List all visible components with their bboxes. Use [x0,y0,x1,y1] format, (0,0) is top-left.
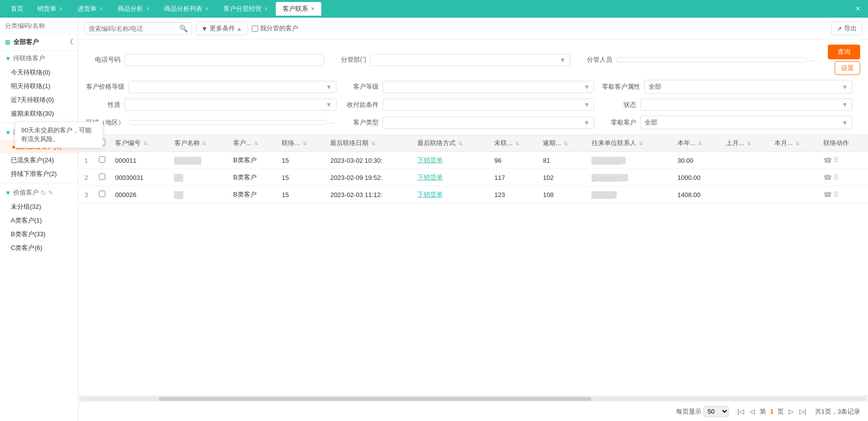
page-first-btn[interactable]: |◁ [735,407,747,416]
col-no-contact[interactable]: 未联... ⇅ [489,135,538,152]
status-select[interactable]: ▼ [640,99,852,111]
filter-customer-level: 客户等级 ▼ [344,81,595,93]
sidebar-group-value[interactable]: ▼ 价值客户 ↻ ✎ [0,185,78,200]
page-prev-btn[interactable]: ◁ [747,407,758,416]
row-checkbox-1[interactable] [94,169,110,186]
refresh-icon[interactable]: ↻ [41,189,46,197]
sort-current-year-icon[interactable]: ⇅ [698,141,702,146]
tab-close-customer-contact[interactable]: × [311,5,314,12]
tab-purchaseorder[interactable]: 进货单 × [71,2,110,16]
action-contact-icon-0[interactable]: ☎ [823,156,832,164]
sidebar-search-input[interactable] [5,22,78,29]
sidebar-item-declining[interactable]: 持续下滑客户(2) [0,167,78,181]
page-size-select[interactable]: 50 20 100 [703,406,729,417]
col-contact-person[interactable]: 往来单位联系人 ⇅ [587,135,673,152]
col-last-date[interactable]: 最后联络日期 ⇅ [325,135,412,152]
search-input[interactable] [89,25,177,32]
settings-btn[interactable]: 设置 [835,61,860,75]
col-current-year[interactable]: 本年... ⇅ [673,135,721,152]
manager-select[interactable] [616,57,807,62]
filter-status: 状态 ▼ [602,99,852,111]
status-dropdown-icon: ▼ [842,101,848,108]
h-scroll-wrap[interactable] [78,396,868,401]
sort-overdue-icon[interactable]: ⇅ [564,141,568,146]
sort-current-month-icon[interactable]: ⇅ [796,141,799,146]
filter-row-4: 区域（地区） ··· 客户类型 ▼ 零歇客户 全部 [86,116,860,129]
sort-name-icon[interactable]: ⇅ [202,141,206,146]
row-last-type-1[interactable]: 下销货单 [412,169,489,186]
col-last-type[interactable]: 最后联络方式 ⇅ [412,135,489,152]
col-type[interactable]: 客户... ⇅ [228,135,277,152]
h-scroll-thumb[interactable] [159,397,591,401]
sidebar-item-churned[interactable]: 已流失客户(24) [0,153,78,167]
tab-close-product-analysis-list[interactable]: × [205,5,209,12]
row-checkbox-0[interactable] [94,152,110,169]
window-close-button[interactable]: × [852,4,864,13]
sort-last-month-icon[interactable]: ⇅ [747,141,751,146]
col-code[interactable]: 客户编号 ⇅ [110,135,169,152]
action-contact-icon-2[interactable]: ☎ [823,191,832,198]
col-actions: 联络动作 [819,135,868,152]
region-dots[interactable]: ··· [327,119,337,126]
tab-customer-stratify[interactable]: 客户分层经营 × [217,2,275,16]
sidebar-item-class-b[interactable]: B类客户(33) [0,227,78,241]
sort-no-contact-icon[interactable]: ⇅ [515,141,519,146]
export-btn[interactable]: ↗ 导出 [831,22,862,35]
my-customers-checkbox[interactable]: 我分管的客户 [252,24,298,33]
tab-home[interactable]: 首页 [4,4,30,13]
tab-close-salesorder[interactable]: × [59,5,63,12]
phone-input[interactable] [124,54,324,66]
tab-customer-contact[interactable]: 客户联系 × [276,2,321,16]
sidebar-item-tomorrow[interactable]: 明天待联络(1) [0,79,78,93]
sort-contact-count-icon[interactable]: ⇅ [303,141,307,146]
sidebar-item-overdue[interactable]: 逾期未联络(30) [0,107,78,121]
manager-dots[interactable]: ··· [807,56,816,64]
row-last-type-0[interactable]: 下销货单 [412,152,489,169]
query-btn[interactable]: 查询 [828,45,860,59]
sidebar-item-class-a[interactable]: A类客户(1) [0,214,78,227]
my-customers-checkbox-input[interactable] [252,25,258,32]
action-more-icon-2[interactable]: ⠿ [834,191,839,198]
sidebar-all-customers[interactable]: ⊞ 全部客户 《 [0,34,78,51]
tab-product-analysis[interactable]: 商品分析 × [111,2,156,16]
customer-type-select[interactable]: ▼ [383,117,595,129]
sidebar-item-class-c[interactable]: C类客户(6) [0,241,78,255]
sidebar-group-pending[interactable]: ▼ 待联络客户 [0,51,78,66]
dept-select[interactable]: ▼ [370,54,570,66]
sidebar-item-ungrouped[interactable]: 未分组(32) [0,200,78,214]
col-contact-count[interactable]: 联络... ⇅ [277,135,325,152]
price-level-select[interactable]: ▼ [128,81,337,93]
sort-code-icon[interactable]: ⇅ [144,141,147,146]
row-checkbox-2[interactable] [94,186,110,203]
page-next-btn[interactable]: ▷ [786,407,796,416]
search-icon[interactable]: 🔍 [179,25,188,32]
more-conditions-btn[interactable]: ▼ 更多条件 ▲ [196,22,248,35]
customer-level-select[interactable]: ▼ [383,81,595,93]
zero-attr-select[interactable]: 全部 ▼ [644,80,852,94]
col-current-month[interactable]: 本月... ⇅ [770,135,818,152]
payment-select[interactable]: ▼ [383,99,595,111]
region-select[interactable] [128,120,327,125]
zero-customer-select[interactable]: 全部 ▼ [640,116,852,129]
action-more-icon-0[interactable]: ⠿ [834,156,839,164]
tab-close-product-analysis[interactable]: × [146,5,149,12]
col-last-month[interactable]: 上月... ⇅ [721,135,770,152]
tab-product-analysis-list[interactable]: 商品分析列表 × [157,2,216,16]
action-contact-icon-1[interactable]: ☎ [823,173,832,181]
tab-close-purchaseorder[interactable]: × [99,5,103,12]
sort-type-icon[interactable]: ⇅ [254,141,258,146]
sidebar-item-today[interactable]: 今天待联络(0) [0,66,78,79]
page-last-btn[interactable]: ▷| [796,407,809,416]
tab-close-customer-stratify[interactable]: × [265,5,268,12]
sort-last-type-icon[interactable]: ⇅ [458,141,462,146]
col-overdue[interactable]: 逾期... ⇅ [538,135,586,152]
sort-last-date-icon[interactable]: ⇅ [371,141,375,146]
tab-salesorder[interactable]: 销货单 × [30,2,70,16]
action-more-icon-1[interactable]: ⠿ [834,173,839,181]
sidebar-item-7days[interactable]: 近7天待联络(0) [0,93,78,107]
edit-icon[interactable]: ✎ [48,189,53,197]
col-name[interactable]: 客户名称 ⇅ [169,135,229,152]
row-last-type-2[interactable]: 下销货单 [412,186,489,203]
sort-contact-person-icon[interactable]: ⇅ [639,141,643,146]
nature-select[interactable]: ▼ [124,99,337,111]
